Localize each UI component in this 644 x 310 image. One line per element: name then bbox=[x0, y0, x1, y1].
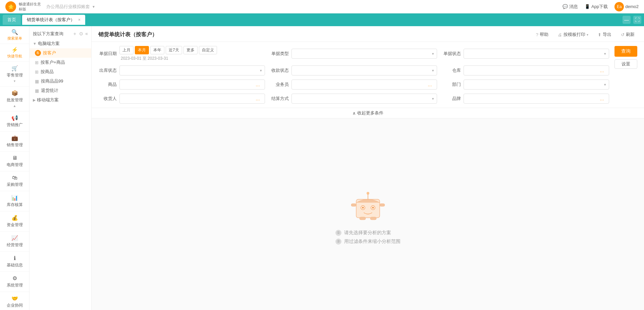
tab-home[interactable]: 首页 bbox=[3, 15, 21, 25]
search-button[interactable]: 查询 bbox=[614, 46, 637, 57]
type-select[interactable]: ▾ bbox=[291, 49, 437, 59]
settlement-select[interactable]: ▾ bbox=[291, 94, 437, 104]
page-title: 销货单统计表（按客户） bbox=[98, 31, 157, 38]
refresh-icon: ↺ bbox=[621, 32, 625, 37]
tab-min-btn[interactable]: — bbox=[623, 16, 631, 24]
receipt-status-select[interactable]: ▾ bbox=[291, 65, 437, 75]
sidebar-item-basic[interactable]: ℹ 基础信息 bbox=[0, 252, 29, 272]
filter-wrapper: 单据日期 上月 本月 本年 近7天 更多 自定义 20 bbox=[92, 42, 644, 108]
sidebar-item-system[interactable]: ⚙ 系统管理 bbox=[0, 272, 29, 292]
empty-tips: ① 请先选择要分析的方案 ② 用过滤条件来缩小分析范围 bbox=[335, 230, 400, 245]
print-arrow-icon: ▾ bbox=[587, 33, 588, 37]
date-filter-cell: 单据日期 上月 本月 本年 近7天 更多 自定义 20 bbox=[98, 46, 265, 61]
message-btn[interactable]: 💬 消息 bbox=[562, 4, 578, 10]
sidebar-item-sales[interactable]: 💼 销售管理 bbox=[0, 132, 29, 152]
warehouse-ellipsis-icon[interactable]: … bbox=[598, 67, 606, 74]
collapse-row[interactable]: ∧ 收起更多条件 bbox=[92, 108, 644, 118]
tree-mobile-group[interactable]: ▶ 移动端方案 bbox=[30, 95, 91, 105]
sidebar-item-retail[interactable]: 🛒 零售管理 ▾ bbox=[0, 62, 29, 87]
receipt-status-cell: 收款状态 ▾ bbox=[270, 65, 437, 75]
department-cell: 部门 ▾ bbox=[442, 80, 609, 90]
btn-group: 查询 设置 bbox=[609, 46, 637, 69]
sidebar-item-finance[interactable]: 💰 资金管理 bbox=[0, 211, 29, 231]
tree-item-refund[interactable]: ▦ 退货统计 bbox=[30, 86, 91, 95]
tree-desktop-group[interactable]: ▼ 电脑端方案 bbox=[30, 39, 91, 48]
date-btn-this-year[interactable]: 本年 bbox=[150, 46, 164, 54]
header-right: 💬 消息 📱 App下载 Ea demo2 bbox=[562, 2, 639, 11]
tab-close-btn[interactable]: × bbox=[78, 17, 80, 22]
export-icon: ⬆ bbox=[598, 32, 601, 37]
status-filter-cell: 单据状态 ▾ bbox=[442, 46, 609, 61]
date-btn-more[interactable]: 更多 bbox=[183, 46, 198, 54]
warehouse-input[interactable]: … bbox=[464, 65, 609, 75]
breadcrumb-text: 办公用品行业模拟账套 bbox=[46, 4, 90, 10]
help-btn[interactable]: ? 帮助 bbox=[533, 30, 551, 39]
sidebar-search[interactable]: 🔍 搜索菜单 bbox=[0, 26, 29, 44]
tree-item-by-customer[interactable]: 客 按客户 bbox=[30, 48, 91, 58]
sidebar-item-purchase[interactable]: 🛍 采购管理 bbox=[0, 171, 29, 191]
page-actions: ? 帮助 🖨 按模板打印 ▾ ⬆ 导出 ↺ 刷新 bbox=[533, 30, 637, 39]
help-icon: ? bbox=[536, 32, 538, 37]
date-btn-last7[interactable]: 近7天 bbox=[166, 46, 182, 54]
inventory-icon: 📊 bbox=[11, 195, 18, 201]
tab-active[interactable]: 销货单统计表（按客户） × bbox=[22, 15, 85, 25]
tab-max-btn[interactable]: ⛶ bbox=[633, 16, 641, 24]
date-range-group: 上月 本月 本年 近7天 更多 自定义 bbox=[119, 46, 265, 54]
sidebar-item-operation[interactable]: 📈 经营管理 bbox=[0, 231, 29, 252]
user-area[interactable]: Ea demo2 bbox=[614, 2, 639, 11]
collapse-panel-icon[interactable]: « bbox=[85, 31, 88, 37]
type-arrow-icon: ▾ bbox=[432, 52, 434, 56]
refresh-btn[interactable]: ↺ 刷新 bbox=[618, 30, 637, 39]
panel-header: 按以下方案查询 ＋ ⊙ « bbox=[30, 29, 91, 39]
department-label: 部门 bbox=[442, 82, 461, 88]
by-customer-label: 按客户 bbox=[43, 50, 56, 56]
tree-item-by-customer-goods[interactable]: ⊞ 按客户+商品 bbox=[30, 58, 91, 67]
type-label: 单据类型 bbox=[270, 51, 289, 57]
receiver-input[interactable]: … bbox=[119, 94, 265, 104]
out-status-select[interactable]: ▾ bbox=[119, 65, 265, 75]
status-select[interactable]: ▾ bbox=[464, 49, 609, 59]
warehouse-label: 仓库 bbox=[442, 67, 461, 73]
sidebar-item-wholesale[interactable]: 📦 批发管理 ▲ bbox=[0, 87, 29, 111]
sidebar-item-inventory[interactable]: 📊 库存核算 bbox=[0, 191, 29, 211]
sidebar-nav[interactable]: ⚡ 快捷导航 bbox=[0, 44, 29, 62]
svg-rect-8 bbox=[380, 204, 385, 206]
sidebar-item-marketing[interactable]: 📢 营销推广 bbox=[0, 111, 29, 132]
finance-icon: 💰 bbox=[11, 215, 18, 221]
sales-label: 销售管理 bbox=[7, 142, 23, 148]
settlement-label: 结算方式 bbox=[270, 96, 289, 102]
out-status-arrow-icon: ▾ bbox=[260, 68, 262, 73]
breadcrumb-arrow: ▾ bbox=[93, 4, 95, 9]
retail-icon: 🛒 bbox=[11, 65, 18, 71]
print-btn[interactable]: 🖨 按模板打印 ▾ bbox=[555, 30, 591, 39]
empty-tip-1: ① 请先选择要分析的方案 bbox=[335, 230, 400, 236]
by-goods99-label: 按商品品99 bbox=[41, 78, 63, 84]
sidebar-item-enterprise[interactable]: 🤝 企业协同 bbox=[0, 292, 29, 310]
date-btn-this-month[interactable]: 本月 bbox=[135, 46, 149, 54]
salesperson-input[interactable]: … bbox=[291, 80, 437, 90]
goods-input[interactable]: … bbox=[119, 80, 265, 90]
receiver-ellipsis-icon[interactable]: … bbox=[254, 95, 262, 102]
tree-item-by-goods[interactable]: ⊞ 按商品 bbox=[30, 67, 91, 76]
department-select[interactable]: ▾ bbox=[464, 80, 609, 90]
date-btn-last-month[interactable]: 上月 bbox=[119, 46, 133, 54]
app-download-btn[interactable]: 📱 App下载 bbox=[585, 4, 608, 10]
goods-ellipsis-icon[interactable]: … bbox=[254, 81, 262, 88]
print-icon: 🖨 bbox=[558, 32, 562, 37]
add-scheme-icon[interactable]: ＋ bbox=[72, 31, 77, 37]
brand-input[interactable]: … bbox=[464, 94, 609, 104]
brand-ellipsis-icon[interactable]: … bbox=[598, 95, 606, 102]
svg-point-3 bbox=[362, 207, 364, 209]
settings-scheme-icon[interactable]: ⊙ bbox=[79, 31, 83, 37]
export-btn[interactable]: ⬆ 导出 bbox=[595, 30, 614, 39]
tip-num-2: ② bbox=[335, 239, 341, 245]
sidebar-item-ecommerce[interactable]: 🖥 电商管理 bbox=[0, 152, 29, 171]
salesperson-ellipsis-icon[interactable]: … bbox=[426, 81, 434, 88]
logo-text: 畅捷通好生意 标版 bbox=[19, 2, 41, 11]
by-goods99-icon: ▦ bbox=[35, 79, 39, 84]
page-header: 销货单统计表（按客户） ? 帮助 🖨 按模板打印 ▾ ⬆ 导出 bbox=[92, 26, 644, 42]
date-label: 单据日期 bbox=[98, 51, 117, 57]
tree-item-by-goods99[interactable]: ▦ 按商品品99 bbox=[30, 76, 91, 86]
date-btn-custom[interactable]: 自定义 bbox=[199, 46, 217, 54]
settings-button[interactable]: 设置 bbox=[614, 59, 637, 69]
